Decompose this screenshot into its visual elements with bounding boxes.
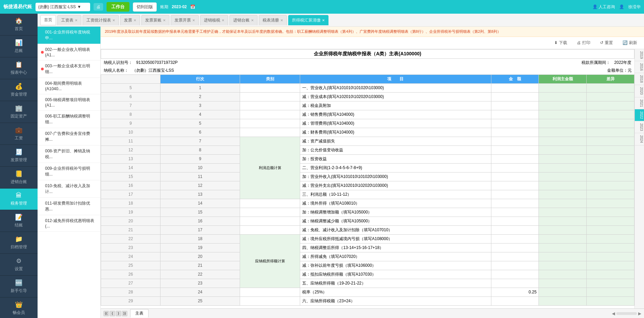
- sidebar-item-settings[interactable]: ⚙ 设置: [0, 254, 38, 276]
- sidebar-item-tax[interactable]: 🏛 税务管理: [0, 189, 38, 210]
- project-1: 一、营业收入(填写A101010\101020\103000): [300, 83, 491, 92]
- left-panel-item-2[interactable]: 003-一般企业成本支出明细...: [38, 60, 100, 78]
- scrollbar-left-icon[interactable]: ◀: [612, 311, 615, 316]
- nav-arrow-left-left[interactable]: ⟨⟨: [103, 311, 109, 316]
- reset-button[interactable]: ↺ 重置: [597, 39, 616, 47]
- bottom-tab-main[interactable]: 主表: [130, 309, 149, 318]
- scrollbar-right-icon[interactable]: ▶: [638, 311, 641, 316]
- status-dot-6: [41, 135, 44, 138]
- user-service[interactable]: 👤 人工咨询: [592, 4, 615, 10]
- left-panel-item-0[interactable]: 001-企业所得税年度纳税申...: [38, 27, 100, 44]
- tab-payroll-close[interactable]: ✕: [75, 18, 78, 22]
- year-nav-2016[interactable]: 2016: [635, 61, 644, 73]
- sidebar-item-archive[interactable]: 📁 归档管理: [0, 232, 38, 254]
- tax-rate-amount[interactable]: 0.25: [491, 288, 539, 296]
- left-panel-item-10[interactable]: 011-研发费用加计扣除优惠...: [38, 198, 100, 215]
- status-dot-7: [41, 153, 44, 155]
- refresh-button[interactable]: 🔄 刷新: [620, 39, 640, 47]
- left-panel-item-5[interactable]: 006-职工薪酬纳税调整明细...: [38, 111, 100, 128]
- tab-purchase-tax[interactable]: 进销核税 ✕: [200, 15, 228, 25]
- switch-old-button[interactable]: 切到旧版: [133, 2, 157, 12]
- diff-1[interactable]: [587, 83, 634, 92]
- left-panel-label-9: 010-免税、减计收入及加计...: [45, 183, 97, 195]
- sidebar-item-ledger[interactable]: 📊 总账: [0, 36, 38, 57]
- top-bar-right: 👤 人工咨询 👤 徐滢华: [592, 4, 641, 10]
- year-nav-2020[interactable]: 2020: [635, 85, 644, 97]
- sidebar-item-home[interactable]: 🏠 首页: [0, 14, 38, 36]
- sidebar-item-invoice[interactable]: 🧾 发票管理: [0, 145, 38, 167]
- year-nav-2021[interactable]: 2021: [635, 97, 644, 109]
- tab-invoice[interactable]: 发票 ✕: [120, 15, 140, 25]
- tab-payroll[interactable]: 工资表 ✕: [57, 15, 81, 25]
- year-nav-2022[interactable]: 2022: [635, 109, 644, 121]
- tab-payroll-stats[interactable]: 工资统计报表 ✕: [83, 15, 119, 25]
- print-label: 打印: [582, 40, 590, 46]
- tab-purchase-tax-close[interactable]: ✕: [222, 18, 224, 22]
- tab-home[interactable]: 首页: [40, 15, 56, 25]
- status-dot-9: [41, 188, 44, 190]
- year-nav-2024[interactable]: 2024: [635, 133, 644, 145]
- spreadsheet-wrapper[interactable]: 企业所得税年度纳税申报表（A类）主表(A100000) 纳税人识别号： 9132…: [101, 49, 634, 309]
- left-panel-item-11[interactable]: 012-减免所得税优惠明细表(...: [38, 215, 100, 232]
- status-dot-2: [41, 68, 44, 70]
- tab-purchase-ledger-close[interactable]: ✕: [251, 18, 254, 22]
- tab-income-tax[interactable]: 所得税汇算清缴 ✕: [288, 15, 328, 25]
- year-nav-2019[interactable]: 2019: [635, 49, 644, 61]
- nav-arrow-right[interactable]: ⟩: [116, 311, 121, 316]
- sidebar-item-payroll[interactable]: 💼 工资: [0, 123, 38, 145]
- tab-invoice-calc[interactable]: 发票算账 ✕: [141, 15, 169, 25]
- year-nav-2018[interactable]: 2018: [635, 73, 644, 85]
- sidebar-item-member[interactable]: 👑 畅会员: [0, 298, 38, 318]
- sidebar-item-guide[interactable]: 🆕 新手引导: [0, 276, 38, 298]
- left-panel-item-8[interactable]: 009-企业所得税补亏损明细...: [38, 163, 100, 180]
- amount-1[interactable]: [491, 83, 539, 92]
- tab-purchase-ledger[interactable]: 进销台账 ✕: [229, 15, 257, 25]
- user-avatar: 👤: [619, 4, 624, 9]
- archive-icon: 📁: [15, 235, 23, 243]
- tab-invoice-calc-close[interactable]: ✕: [163, 18, 166, 22]
- left-panel-item-1[interactable]: 002-一般企业收入明细表(A1...: [38, 44, 100, 60]
- company-selector[interactable]: (勿删) 江西服宝-LSS ▼: [36, 3, 90, 11]
- account-period-label: 账期: [160, 4, 168, 10]
- tab-income-tax-close[interactable]: ✕: [322, 18, 325, 22]
- left-panel-item-9[interactable]: 010-免税、减计收入及加计...: [38, 180, 100, 198]
- horizontal-scrollbar[interactable]: [616, 312, 637, 315]
- chevron-down-icon: ▼: [77, 4, 81, 9]
- left-panel-item-4[interactable]: 005-纳税调整项目明细表(A1...: [38, 94, 100, 111]
- tab-payroll-stats-label: 工资统计报表: [86, 17, 111, 23]
- table-row: 26 22 减：抵扣应纳税所得额（填写A107030）: [101, 270, 634, 279]
- sidebar-item-assets[interactable]: 🏢 固定资产: [0, 101, 38, 123]
- download-button[interactable]: ⬇ 下载: [551, 39, 570, 47]
- year-nav-2023[interactable]: 2023: [635, 121, 644, 133]
- content-area: 首页 工资表 ✕ 工资统计报表 ✕ 发票 ✕ 发票算账 ✕ 发票开票 ✕: [38, 14, 644, 318]
- tab-invoice-issue-close[interactable]: ✕: [192, 18, 195, 22]
- assets-icon: 🏢: [15, 105, 23, 112]
- row-num-display: 5: [101, 83, 160, 92]
- workspace-button[interactable]: 工作台: [107, 2, 129, 12]
- calendar-icon[interactable]: 📅: [190, 4, 195, 9]
- left-panel-label-8: 009-企业所得税补亏损明细...: [45, 166, 97, 177]
- purchase-sales-icon: 📒: [15, 170, 23, 178]
- table-row: 6 2 减：营业成本(填写A102010\102020\103000): [101, 92, 634, 101]
- left-panel-item-3[interactable]: 004-期间费用明细表(A1040...: [38, 78, 100, 94]
- status-dot-11: [41, 222, 44, 225]
- sidebar-item-purchase-sales[interactable]: 📒 进销台账: [0, 167, 38, 189]
- sidebar-item-funds[interactable]: 💰 资金管理: [0, 79, 38, 101]
- left-panel-item-6[interactable]: 007-广告费和业务宣传费摊...: [38, 128, 100, 146]
- sidebar-label-reports: 报表中心: [11, 70, 27, 75]
- tab-invoice-issue[interactable]: 发票开票 ✕: [171, 15, 199, 25]
- sidebar-item-close-account[interactable]: 📝 结账: [0, 210, 38, 232]
- print-doc-button[interactable]: 🖨: [94, 3, 103, 11]
- left-panel-label-1: 002-一般企业收入明细表(A1...: [45, 47, 97, 57]
- tab-tax-clear-close[interactable]: ✕: [280, 18, 283, 22]
- profit-1[interactable]: [539, 83, 587, 92]
- empty-cell-1: [240, 58, 300, 67]
- sidebar-item-reports[interactable]: 📋 报表中心: [0, 57, 38, 79]
- nav-arrow-left[interactable]: ⟨: [110, 311, 115, 316]
- nav-arrow-right-right[interactable]: ⟩⟩: [122, 311, 127, 316]
- tab-tax-clear[interactable]: 税表清册 ✕: [259, 15, 287, 25]
- print-button[interactable]: 🖨 打印: [574, 39, 593, 47]
- tab-invoice-close[interactable]: ✕: [134, 18, 136, 22]
- left-panel-item-7[interactable]: 008-资产折旧、摊销及纳税...: [38, 146, 100, 163]
- tab-payroll-stats-close[interactable]: ✕: [112, 18, 115, 22]
